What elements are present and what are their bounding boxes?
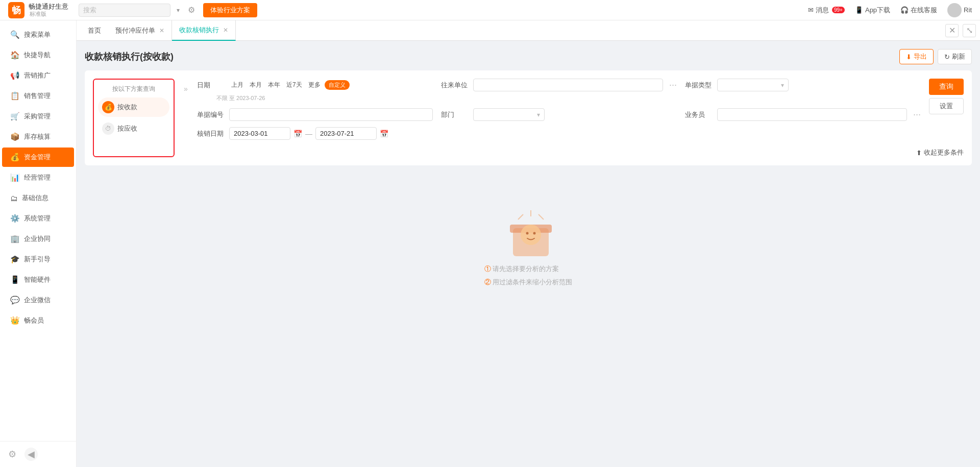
tab-prepay-close[interactable]: ✕: [159, 27, 164, 34]
empty-text: ① 请先选择要分析的方案 ② 用过滤条件来缩小分析范围: [484, 262, 573, 289]
empty-illustration: [498, 205, 559, 256]
verify-date-group: 核销日期 📅 — 📅: [197, 127, 921, 140]
sidebar-label-purchase: 采购管理: [24, 112, 51, 121]
shortcut-this-year[interactable]: 本年: [266, 80, 282, 90]
sidebar-item-inventory[interactable]: 📦 库存核算: [2, 127, 74, 146]
staff-dots-icon[interactable]: ···: [913, 109, 921, 120]
search-chevron-icon[interactable]: ▾: [177, 7, 180, 14]
sidebar-item-hardware[interactable]: 📱 智能硬件: [2, 270, 74, 289]
export-btn[interactable]: ⬇ 导出: [899, 49, 934, 64]
doc-type-label: 单据类型: [685, 81, 713, 90]
counterpart-input[interactable]: [473, 79, 663, 91]
guide-icon: 🎓: [10, 255, 20, 264]
tab-collection[interactable]: 收款核销执行 ✕: [172, 20, 236, 41]
collapse-arrow[interactable]: »: [181, 79, 191, 93]
empty-num1: ①: [484, 265, 491, 273]
date-group: 日期 上月 本月 本年 近7天 更多 自定义: [197, 80, 433, 90]
enterprise-icon: 🏢: [10, 234, 20, 243]
tab-prepay-label: 预付冲应付单: [115, 26, 155, 35]
verify-end-input[interactable]: [315, 127, 377, 140]
sidebar-item-quick-nav[interactable]: 🏠 快捷导航: [2, 45, 74, 65]
wechat-icon: 💬: [10, 296, 20, 305]
collapse-more-btn[interactable]: ⬆ 收起更多条件: [197, 148, 964, 157]
tab-expand-btn[interactable]: ⤡: [963, 24, 976, 37]
sidebar-item-funds[interactable]: 💰 资金管理: [2, 148, 74, 167]
gear-icon[interactable]: ⚙: [188, 5, 195, 15]
sidebar-item-member[interactable]: 👑 畅会员: [2, 311, 74, 330]
user-profile[interactable]: Rit: [947, 3, 972, 17]
logo-icon: 畅: [12, 4, 21, 16]
refresh-btn[interactable]: ↻ 刷新: [938, 49, 972, 64]
staff-input[interactable]: [717, 108, 907, 121]
page-header-actions: ⬇ 导出 ↻ 刷新: [899, 49, 972, 64]
member-icon: 👑: [10, 316, 20, 325]
sidebar-item-guide[interactable]: 🎓 新手引导: [2, 250, 74, 269]
sidebar-label-quick-nav: 快捷导航: [24, 51, 51, 60]
search-placeholder: 搜索: [83, 6, 96, 14]
dept-select-wrap[interactable]: ▾: [473, 108, 545, 121]
verify-date-row: 核销日期 📅 — 📅: [197, 127, 921, 140]
topbar: 畅 畅捷通好生意 标准版 搜索 ▾ ⚙ 体验行业方案 ✉ 消息 99+ 📱 Ap…: [0, 0, 980, 20]
verify-start-calendar-icon[interactable]: 📅: [293, 130, 302, 138]
sidebar-item-purchase[interactable]: 🛒 采购管理: [2, 107, 74, 126]
sidebar-item-basic-info[interactable]: 🗂 基础信息: [2, 188, 74, 208]
message-btn[interactable]: ✉ 消息 99+: [808, 6, 845, 15]
dept-select[interactable]: [478, 111, 540, 118]
sidebar-item-management[interactable]: 📊 经营管理: [2, 168, 74, 187]
filter-option-by-receipt[interactable]: 💰 按收款: [98, 97, 169, 117]
app-download-btn[interactable]: 📱 App下载: [855, 6, 890, 15]
version-label: 标准版: [30, 11, 68, 17]
sidebar-label-funds: 资金管理: [24, 153, 51, 162]
sidebar-label-sales: 销售管理: [24, 91, 51, 101]
marketing-icon: 📢: [10, 71, 20, 80]
sidebar-item-search-menu[interactable]: 🔍 搜索菜单: [2, 25, 74, 44]
collapse-more-label: 收起更多条件: [924, 148, 964, 157]
shortcut-more[interactable]: 更多: [306, 80, 323, 90]
headset-icon: 🎧: [900, 6, 909, 14]
sidebar-item-wechat[interactable]: 💬 企业微信: [2, 290, 74, 310]
sales-icon: 📋: [10, 91, 20, 101]
sidebar: 🔍 搜索菜单 🏠 快捷导航 📢 营销推广 📋 销售管理 🛒 采购管理 📦 库存核…: [0, 20, 77, 467]
tab-collection-close[interactable]: ✕: [223, 27, 228, 34]
sidebar-label-system: 系统管理: [24, 214, 51, 223]
tab-close-all-btn[interactable]: ✕: [945, 24, 959, 37]
tab-home[interactable]: 首页: [81, 20, 108, 41]
industry-btn[interactable]: 体验行业方案: [203, 3, 257, 17]
setting-btn[interactable]: 设置: [929, 98, 964, 114]
online-service-btn[interactable]: 🎧 在线客服: [900, 6, 937, 15]
sidebar-item-sales[interactable]: 📋 销售管理: [2, 86, 74, 106]
verify-end-calendar-icon[interactable]: 📅: [380, 130, 388, 138]
verify-start-input[interactable]: [229, 127, 290, 140]
filter-option-by-receivable[interactable]: ⏱ 按应收: [98, 119, 169, 138]
search-box[interactable]: 搜索: [79, 4, 170, 17]
message-label: 消息: [816, 6, 829, 15]
sidebar-bottom: ⚙ ◀: [0, 441, 76, 467]
doc-dept-staff-row: 单据编号 部门 ▾: [197, 108, 921, 121]
sidebar-item-system[interactable]: ⚙️ 系统管理: [2, 209, 74, 228]
query-btn[interactable]: 查询: [929, 79, 964, 95]
verify-date-separator: —: [305, 130, 312, 138]
main-area: 首页 预付冲应付单 ✕ 收款核销执行 ✕ ✕ ⤡ 收款核销执行(按收款): [77, 20, 980, 467]
message-badge: 99+: [832, 7, 845, 13]
staff-label: 业务员: [685, 110, 713, 119]
collapse-btn[interactable]: ◀: [24, 448, 38, 461]
svg-point-3: [526, 232, 529, 235]
doc-no-input[interactable]: [229, 108, 433, 121]
sidebar-item-enterprise[interactable]: 🏢 企业协同: [2, 229, 74, 249]
verify-date-range: 📅 — 📅: [229, 127, 388, 140]
doc-type-select[interactable]: [722, 81, 784, 89]
tab-prepay[interactable]: 预付冲应付单 ✕: [108, 20, 172, 41]
dept-label: 部门: [441, 110, 469, 119]
brand-name: 畅捷通好生意: [29, 3, 68, 11]
counterpart-dots-icon[interactable]: ···: [669, 80, 677, 90]
logo: 畅: [8, 2, 24, 18]
shortcut-7days[interactable]: 近7天: [284, 80, 304, 90]
sidebar-item-marketing[interactable]: 📢 营销推广: [2, 66, 74, 85]
shortcut-last-month[interactable]: 上月: [229, 80, 246, 90]
sidebar-label-wechat: 企业微信: [24, 296, 51, 305]
empty-num2: ②: [484, 278, 491, 286]
doc-type-select-wrap[interactable]: ▾: [717, 79, 789, 91]
date-custom-tag[interactable]: 自定义: [325, 80, 350, 90]
settings-icon[interactable]: ⚙: [8, 449, 16, 460]
shortcut-this-month[interactable]: 本月: [248, 80, 264, 90]
